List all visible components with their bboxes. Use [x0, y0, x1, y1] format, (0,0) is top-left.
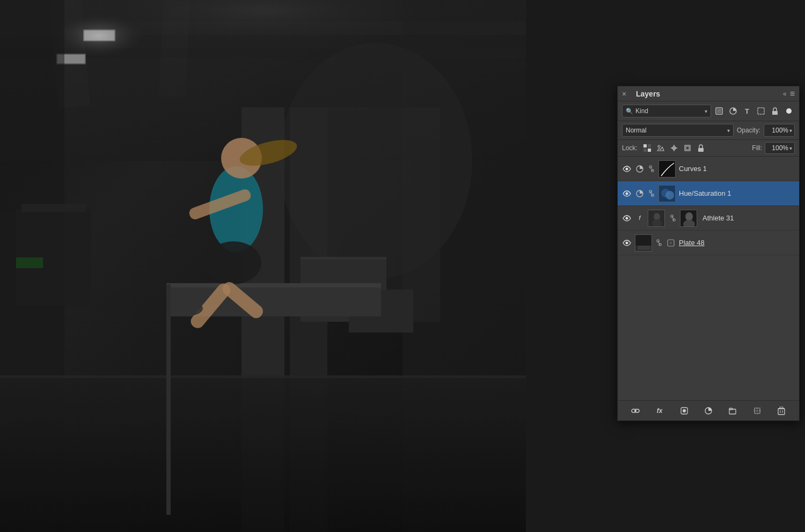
svg-rect-71: [673, 219, 675, 221]
layer-visibility-toggle[interactable]: [622, 164, 632, 174]
filter-bar: 🔍 Kind ▾ T: [618, 101, 799, 121]
layers-list: Curves 1 Hue/Saturation 1: [618, 157, 799, 255]
lock-label: Lock:: [622, 144, 638, 152]
panel-bottom-toolbar: fx: [618, 400, 799, 420]
panel-close-button[interactable]: ×: [622, 90, 630, 98]
layer-thumbnail-mask: [680, 210, 697, 227]
svg-rect-79: [657, 240, 659, 242]
svg-rect-78: [635, 235, 652, 246]
layer-name: Hue/Saturation 1: [679, 189, 795, 197]
filter-locked-icon[interactable]: [769, 105, 781, 117]
search-dropdown-arrow[interactable]: ▾: [705, 108, 707, 114]
svg-rect-92: [780, 407, 783, 409]
search-kind-label: Kind: [635, 107, 702, 115]
svg-point-54: [626, 167, 628, 170]
filter-selected-icon[interactable]: [783, 105, 795, 117]
layer-visibility-toggle[interactable]: [622, 213, 632, 223]
svg-rect-47: [643, 149, 647, 152]
panel-header-bar: × Layers « ≡: [618, 86, 799, 101]
fill-section: Fill: 100% ▾: [752, 142, 795, 154]
add-adjustment-button[interactable]: [702, 405, 714, 417]
layer-name: Plate 48: [679, 239, 795, 247]
svg-point-49: [658, 145, 660, 147]
photo-canvas: [0, 0, 526, 532]
layers-panel: × Layers « ≡ 🔍 Kind ▾ T: [617, 86, 800, 421]
opacity-label: Opacity:: [737, 127, 760, 134]
layer-thumbnail: [658, 185, 676, 202]
svg-rect-38: [0, 0, 526, 107]
lock-all-button[interactable]: [696, 143, 706, 153]
add-artboard-button[interactable]: [751, 405, 763, 417]
layer-smart-icon: [666, 238, 676, 248]
opacity-arrow: ▾: [789, 128, 792, 134]
layer-visibility-toggle[interactable]: [622, 238, 632, 248]
svg-point-73: [685, 212, 693, 221]
layer-type-icon: [635, 164, 645, 174]
add-group-button[interactable]: [727, 405, 738, 417]
layer-item[interactable]: f Athlete 31: [618, 206, 799, 231]
layer-visibility-toggle[interactable]: [622, 189, 632, 198]
layer-item[interactable]: Hue/Saturation 1: [618, 181, 799, 206]
lock-artboard-button[interactable]: [682, 143, 693, 153]
svg-rect-56: [649, 166, 652, 168]
svg-rect-48: [648, 149, 651, 152]
lock-image-button[interactable]: [655, 143, 666, 153]
svg-rect-90: [778, 409, 785, 415]
layer-name: Athlete 31: [702, 214, 795, 222]
layer-type-icon: [635, 189, 645, 198]
svg-rect-43: [772, 111, 778, 115]
svg-rect-70: [671, 215, 673, 217]
layer-fx-icon: f: [635, 213, 645, 223]
svg-point-44: [786, 108, 792, 114]
svg-point-68: [654, 213, 660, 220]
fill-arrow: ▾: [789, 145, 792, 151]
filter-adjustment-icon[interactable]: [727, 105, 739, 117]
layer-name: Curves 1: [679, 165, 795, 173]
svg-rect-57: [652, 169, 654, 172]
svg-point-66: [626, 217, 628, 219]
layer-thumbnail-main: [635, 234, 652, 252]
opacity-value: 100%: [766, 127, 788, 134]
lock-transparent-button[interactable]: [642, 143, 653, 153]
blend-mode-row: Normal ▾ Opacity: 100% ▾: [618, 121, 799, 140]
lock-icons-group: [642, 143, 706, 153]
svg-point-83: [683, 409, 686, 412]
layer-item[interactable]: Curves 1: [618, 157, 799, 181]
layer-item[interactable]: Plate 48: [618, 231, 799, 255]
svg-rect-61: [649, 190, 652, 193]
panel-title: Layers: [634, 90, 662, 98]
delete-layer-button[interactable]: [775, 405, 787, 417]
link-layers-button[interactable]: [630, 405, 641, 417]
svg-rect-52: [686, 146, 689, 150]
layer-thumbnail-main: [648, 210, 665, 227]
layer-search[interactable]: 🔍 Kind ▾: [622, 105, 711, 117]
svg-rect-42: [758, 108, 764, 114]
opacity-input[interactable]: 100% ▾: [764, 124, 795, 137]
filter-type-icon[interactable]: T: [741, 105, 753, 117]
blend-mode-value: Normal: [626, 127, 727, 134]
fill-value: 100%: [767, 144, 788, 152]
search-icon: 🔍: [626, 108, 633, 115]
lock-position-button[interactable]: [669, 143, 679, 153]
svg-rect-80: [659, 243, 661, 246]
filter-image-icon[interactable]: [713, 105, 725, 117]
add-mask-button[interactable]: [678, 405, 690, 417]
blend-mode-arrow: ▾: [727, 128, 730, 134]
filter-shape-icon[interactable]: [755, 105, 767, 117]
svg-rect-46: [648, 144, 651, 147]
svg-point-69: [652, 219, 662, 227]
layer-chain-icon: [648, 190, 655, 197]
panel-menu-button[interactable]: ≡: [790, 89, 795, 99]
add-style-button[interactable]: fx: [654, 405, 665, 417]
layer-thumbnail: [658, 160, 676, 178]
svg-point-65: [665, 191, 674, 200]
svg-rect-53: [698, 148, 704, 152]
blend-mode-dropdown[interactable]: Normal ▾: [622, 124, 734, 137]
fill-input[interactable]: 100% ▾: [765, 142, 795, 154]
svg-point-59: [626, 192, 628, 195]
layer-chain-icon: [655, 239, 663, 247]
panel-collapse-button[interactable]: «: [783, 90, 787, 98]
layer-chain-icon: [669, 215, 677, 222]
lock-row: Lock: Fill: 100% ▾: [618, 140, 799, 157]
svg-rect-45: [643, 144, 647, 147]
